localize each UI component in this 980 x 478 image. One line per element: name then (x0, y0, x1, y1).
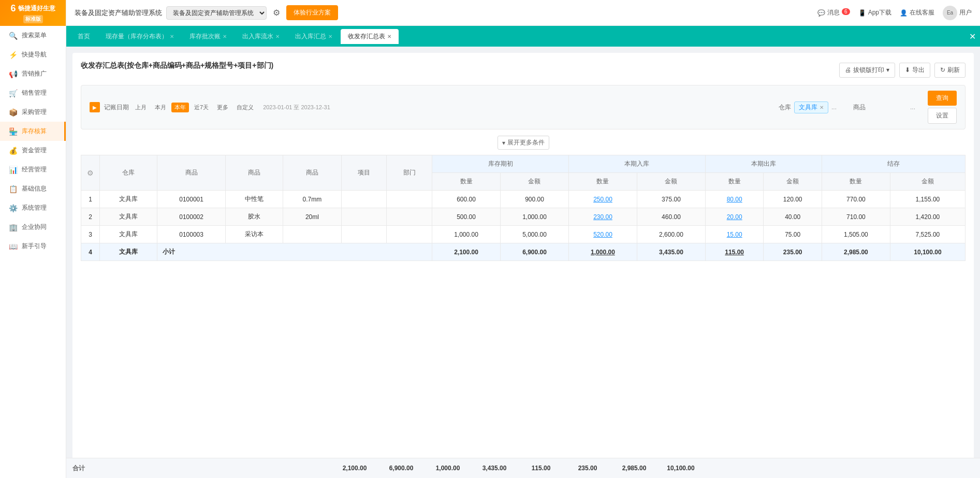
tab-stock-dist[interactable]: 现存量（库存分布表） ✕ (98, 29, 181, 44)
sidebar-item-enterprise[interactable]: 🏢 企业协同 (0, 218, 66, 237)
expand-more-btn[interactable]: ▾ 展开更多条件 (498, 136, 549, 150)
sidebar-item-basic[interactable]: 📋 基础信息 (0, 179, 66, 198)
sidebar-item-label-sales: 销售管理 (22, 89, 47, 97)
row-balance-qty: 710.00 (822, 208, 890, 226)
online-service-btn[interactable]: 👤 在线客服 (900, 8, 934, 17)
tab-close-batch[interactable]: ✕ (223, 34, 227, 39)
service-icon: 👤 (900, 9, 908, 17)
date-btn-more[interactable]: 更多 (214, 103, 231, 112)
tabbar-close-btn[interactable]: ✕ (969, 32, 976, 41)
sidebar-item-finance[interactable]: 💰 资金管理 (0, 141, 66, 160)
print-btn[interactable]: 🖨 拔锁版打印 ▾ (839, 63, 895, 78)
date-btn-last-month[interactable]: 上月 (132, 103, 150, 112)
warehouse-tag-value: 文具库 (799, 103, 817, 112)
subtotal-warehouse: 文具库 (100, 243, 157, 261)
message-label: 消息 (827, 8, 840, 17)
row-out-qty[interactable]: 20.00 (705, 208, 763, 226)
tab-recv-send[interactable]: 收发存汇总表 ✕ (341, 29, 399, 44)
settings-btn[interactable]: 设置 (928, 108, 957, 124)
sidebar-item-sales[interactable]: 🛒 销售管理 (0, 83, 66, 103)
row-project (341, 191, 387, 208)
sidebar-item-guide[interactable]: 📖 新手引导 (0, 237, 66, 256)
subtotal-row: 4 文具库 小计 2,100.00 6,900.00 1,000.00 3,43… (81, 243, 966, 261)
warehouse-tag-remove[interactable]: ✕ (820, 105, 824, 110)
expand-more-label: 展开更多条件 (507, 138, 545, 147)
sidebar-item-label-system: 系统管理 (22, 204, 47, 212)
tab-home[interactable]: 首页 (70, 29, 97, 44)
system-icon: ⚙️ (8, 204, 18, 212)
subtotal-in-qty[interactable]: 1,000.00 (568, 243, 637, 261)
date-btn-custom[interactable]: 自定义 (233, 103, 257, 112)
basic-icon: 📋 (8, 185, 18, 193)
row-out-qty[interactable]: 80.00 (705, 191, 763, 208)
sidebar-item-system[interactable]: ⚙️ 系统管理 (0, 198, 66, 218)
sidebar-item-label-guide: 新手引导 (22, 242, 47, 251)
subtotal-out-qty[interactable]: 115.00 (705, 243, 763, 261)
table-row: 3 文具库 0100003 采访本 1,000.00 5,000.00 520.… (81, 226, 966, 243)
warehouse-more-btn[interactable]: ... (831, 104, 837, 111)
row-index: 2 (81, 208, 100, 226)
date-btn-this-year[interactable]: 本年 (171, 103, 189, 112)
experience-btn[interactable]: 体验行业方案 (286, 5, 338, 20)
sidebar: 6 畅捷通好生意 标准版 🔍 搜索菜单 ⚡ 快捷导航 📢 营销推广 🛒 销售管理… (0, 0, 66, 478)
filter-toggle-btn[interactable]: ▶ (90, 102, 100, 112)
sidebar-item-purchase[interactable]: 📦 采购管理 (0, 103, 66, 122)
row-index: 1 (81, 191, 100, 208)
sidebar-item-label-enterprise: 企业协同 (22, 223, 47, 231)
table-settings-icon[interactable]: ⚙ (87, 169, 94, 177)
tab-close-recv-send[interactable]: ✕ (387, 34, 391, 39)
chevron-down-icon: ▾ (886, 66, 889, 74)
row-out-qty[interactable]: 15.00 (705, 226, 763, 243)
th-project: 项目 (341, 155, 387, 191)
message-btn[interactable]: 💬 消息 6 (817, 8, 850, 17)
tab-close-summary[interactable]: ✕ (328, 34, 332, 39)
app-download-btn[interactable]: 📱 App下载 (858, 8, 891, 17)
print-label: 拔锁版打印 (853, 66, 884, 75)
page-title: 收发存汇总表(按仓库+商品编码+商品+规格型号+项目+部门) (81, 61, 273, 70)
sidebar-item-inventory[interactable]: 🏪 库存核算 (0, 122, 66, 141)
gear-icon[interactable]: ⚙ (271, 6, 282, 20)
row-in-qty[interactable]: 250.00 (568, 191, 637, 208)
row-index: 3 (81, 226, 100, 243)
row-in-qty[interactable]: 230.00 (568, 208, 637, 226)
sidebar-item-search[interactable]: 🔍 搜索菜单 (0, 26, 66, 45)
th-in-qty: 数量 (568, 173, 637, 191)
row-opening-qty: 600.00 (432, 191, 501, 208)
tab-summary[interactable]: 出入库汇总 ✕ (288, 29, 340, 44)
goods-filter-group: 商品 ... (853, 103, 915, 112)
date-btn-this-month[interactable]: 本月 (152, 103, 169, 112)
tab-batch[interactable]: 库存批次账 ✕ (182, 29, 234, 44)
sidebar-item-quick[interactable]: ⚡ 快捷导航 (0, 45, 66, 64)
tab-close-stock-dist[interactable]: ✕ (170, 34, 174, 39)
date-range-display: 2023-01-01 至 2023-12-31 (263, 104, 330, 111)
row-goods-spec (283, 226, 341, 243)
tab-close-flow[interactable]: ✕ (275, 34, 280, 39)
row-in-amt: 2,600.00 (637, 226, 705, 243)
goods-more-btn[interactable]: ... (910, 104, 915, 111)
row-goods-code: 0100002 (157, 208, 226, 226)
date-btn-7days[interactable]: 近7天 (191, 103, 212, 112)
app-name: 畅捷通好生意 (18, 4, 55, 13)
row-in-amt: 460.00 (637, 208, 705, 226)
row-warehouse: 文具库 (100, 191, 157, 208)
row-goods-name: 胶水 (226, 208, 283, 226)
th-opening-group: 库存期初 (432, 155, 569, 173)
tab-flow[interactable]: 出入库流水 ✕ (235, 29, 287, 44)
guide-icon: 📖 (8, 242, 18, 251)
refresh-btn[interactable]: ↻ 刷新 (934, 63, 966, 78)
system-selector[interactable]: 装备及固定资产辅助管理系统 (166, 6, 267, 20)
export-btn[interactable]: ⬇ 导出 (899, 63, 930, 78)
row-in-qty[interactable]: 520.00 (568, 226, 637, 243)
total-in-amt: 3,435.00 (471, 462, 518, 474)
row-opening-amt: 5,000.00 (501, 226, 569, 243)
online-service-label: 在线客服 (910, 8, 934, 17)
row-opening-amt: 900.00 (501, 191, 569, 208)
avatar: Ea (943, 6, 957, 20)
query-btn[interactable]: 查询 (928, 91, 957, 106)
sidebar-item-operations[interactable]: 📊 经营管理 (0, 160, 66, 179)
user-menu[interactable]: Ea 用户 (943, 6, 972, 20)
goods-filter-label: 商品 (853, 103, 866, 112)
tab-label-batch: 库存批次账 (189, 32, 221, 41)
sidebar-item-marketing[interactable]: 📢 营销推广 (0, 64, 66, 83)
row-opening-amt: 1,000.00 (501, 208, 569, 226)
